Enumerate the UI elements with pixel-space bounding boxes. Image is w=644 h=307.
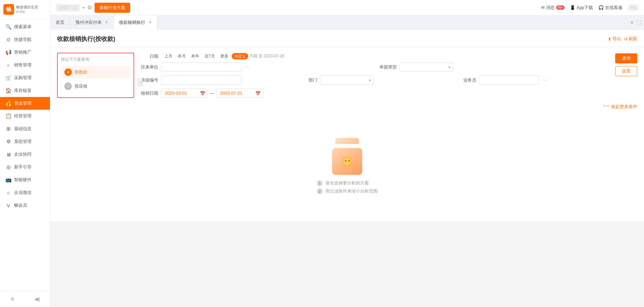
filter-sidebar-title: 按以下方案查询 <box>61 57 130 62</box>
date-this-month[interactable]: 本月 <box>176 53 188 60</box>
sidebar-item-management[interactable]: 📋 经营管理 <box>0 110 50 122</box>
user-name[interactable]: Rit <box>628 4 639 11</box>
refresh-btn[interactable]: ↺ 刷新 <box>624 36 637 42</box>
header-brand-area: 品牌/门店 ▾ ⚙ 体验行业方案 <box>56 3 537 13</box>
hardware-icon: 📺 <box>5 177 11 183</box>
sidebar-item-member[interactable]: V 畅会员 <box>0 199 50 212</box>
page-content: 收款核销执行(按收款) ⬆ 导出 ↺ 刷新 按以下方 <box>50 30 644 307</box>
verify-date-start-cal-icon[interactable]: 📅 <box>200 91 205 96</box>
filter-option-by-receivable[interactable]: ⏱ 按应收 <box>61 80 130 93</box>
page-title: 收款核销执行(按收款) <box>57 35 115 43</box>
customer-input[interactable] <box>161 62 241 71</box>
app-download-action[interactable]: 📱 App下载 <box>570 5 593 11</box>
empty-state: 😶 1 请先选择要分析的方案 2 用过滤条件来缩小分析范围 <box>50 118 644 221</box>
nav-icon: ⊙ <box>5 37 11 43</box>
empty-hint-2: 2 用过滤条件来缩小分析范围 <box>317 188 378 194</box>
sales-icon: ○ <box>5 62 11 68</box>
message-badge: 99+ <box>556 5 565 10</box>
query-button[interactable]: 查询 <box>615 53 637 63</box>
doc-type-select[interactable] <box>399 62 453 71</box>
filter-sidebar-wrap: 按以下方案查询 ¥ 按收款 ⏱ 按应收 《 <box>57 53 140 112</box>
page-inner: 收款核销执行(按收款) ⬆ 导出 ↺ 刷新 按以下方 <box>50 30 644 221</box>
sidebar-item-basic[interactable]: ⊞ 基础信息 <box>0 122 50 135</box>
system-icon: ⚙ <box>5 139 11 145</box>
customer-dots[interactable]: ··· <box>244 64 250 70</box>
sidebar-item-purchase[interactable]: 🛒 采购管理 <box>0 71 50 84</box>
dept-select[interactable] <box>320 75 374 85</box>
verify-date-dash: — <box>210 91 214 96</box>
tab-home[interactable]: 首页 <box>50 15 70 30</box>
filter-sidebar-collapse-btn[interactable]: 《 <box>138 79 143 87</box>
doc-type-select-wrap <box>399 62 453 71</box>
message-icon: ✉ <box>541 5 545 10</box>
export-btn[interactable]: ⬆ 导出 <box>608 36 621 42</box>
sidebar-item-nav[interactable]: ⊙ 快捷导航 <box>0 33 50 46</box>
filter-area: 按以下方案查询 ¥ 按收款 ⏱ 按应收 《 <box>50 47 644 118</box>
online-service-action[interactable]: 🎧 在线客服 <box>598 5 623 11</box>
date-shortcut-bar: 上月 本月 本年 近7天 更多 自定义 不限 至 2023-07-26 <box>162 53 284 60</box>
staff-dots[interactable]: ··· <box>542 77 547 83</box>
date-last-month[interactable]: 上月 <box>162 53 174 60</box>
sidebar-item-sales[interactable]: ○ 销售管理 <box>0 59 50 71</box>
tab-close-prepay[interactable]: ✕ <box>105 20 108 24</box>
date-custom[interactable]: 自定义 <box>232 53 248 59</box>
app-download-label: App下载 <box>577 5 593 11</box>
message-action[interactable]: ✉ 消息 99+ <box>541 5 565 11</box>
sidebar-item-wechat[interactable]: ○ 企业微信 <box>0 186 50 199</box>
tab-actions: ✕ ⛶ <box>627 20 644 25</box>
service-icon: 🎧 <box>598 5 604 10</box>
doc-type-label: 单据类型 <box>378 64 397 70</box>
sidebar-settings-btn[interactable]: ⚙ <box>0 294 25 304</box>
verify-date-end-cal-icon[interactable]: 📅 <box>255 91 261 96</box>
sidebar-item-system[interactable]: ⚙ 系统管理 <box>0 135 50 148</box>
message-label: 消息 <box>546 5 555 11</box>
finance-icon: 💰 <box>5 100 11 106</box>
inventory-icon: 🏠 <box>5 88 11 94</box>
settings-button[interactable]: 设置 <box>615 66 637 76</box>
tab-close-btn[interactable]: ✕ <box>630 20 634 25</box>
basic-icon: ⊞ <box>5 126 11 132</box>
header-dropdown-icon[interactable]: ▾ <box>83 5 85 10</box>
filter-option-by-receipt[interactable]: ¥ 按收款 <box>61 66 130 79</box>
date-more[interactable]: 更多 <box>218 53 230 60</box>
tab-bar: 首页 预付冲应付单 ✕ 收款核销执行 ✕ ✕ ⛶ <box>50 15 644 30</box>
management-icon: 📋 <box>5 113 11 119</box>
collab-icon: 🖥 <box>5 152 11 157</box>
page-title-bar: 收款核销执行(按收款) ⬆ 导出 ↺ 刷新 <box>50 30 644 47</box>
sidebar-collapse-btn[interactable]: ◀‖ <box>25 294 50 304</box>
wechat-icon: ○ <box>5 190 11 196</box>
sidebar-logo: 畅 畅捷通好生意 标准版 <box>0 0 50 19</box>
date-last-7days[interactable]: 近7天 <box>203 53 217 60</box>
verify-date-end-wrap: 📅 <box>216 89 263 98</box>
sidebar-item-search[interactable]: 🔍 搜索菜单 <box>0 20 50 33</box>
date-no-limit: 不限 至 2023-07-26 <box>250 53 284 59</box>
sidebar-item-marketing[interactable]: 📢 营销推广 <box>0 46 50 59</box>
sidebar-item-hardware[interactable]: 📺 智能硬件 <box>0 173 50 186</box>
customer-label: 往来单位 <box>140 64 158 70</box>
sidebar-item-finance[interactable]: 💰 资金管理 <box>0 97 50 110</box>
filter-action-btns: 查询 设置 <box>615 53 637 76</box>
sidebar-item-collab[interactable]: 🖥 企业协同 <box>0 148 50 161</box>
page-title-actions: ⬆ 导出 ↺ 刷新 <box>608 36 637 42</box>
search-menu-icon: 🔍 <box>5 24 11 30</box>
header-solution-btn[interactable]: 体验行业方案 <box>95 3 130 13</box>
tab-verify[interactable]: 收款核销执行 ✕ <box>114 15 157 30</box>
header-brand-text: 品牌/门店 <box>56 4 80 11</box>
logo-icon: 畅 <box>3 4 14 15</box>
sidebar-item-guide[interactable]: ◎ 新手引导 <box>0 161 50 173</box>
refresh-icon: ↺ <box>624 37 628 42</box>
tab-prepay[interactable]: 预付冲应付单 ✕ <box>70 15 114 30</box>
sidebar-menu: 🔍 搜索菜单 ⊙ 快捷导航 📢 营销推广 ○ 销售管理 🛒 采购管理 🏠 库存核… <box>0 19 50 291</box>
date-this-year[interactable]: 本年 <box>189 53 201 60</box>
tab-expand-btn[interactable]: ⛶ <box>637 20 641 25</box>
tab-close-verify[interactable]: ✕ <box>149 20 152 24</box>
header-gear-icon[interactable]: ⚙ <box>87 4 92 11</box>
sidebar-item-inventory[interactable]: 🏠 库存核算 <box>0 84 50 97</box>
staff-input[interactable] <box>479 75 539 85</box>
empty-illustration: 😶 <box>327 138 367 175</box>
doc-no-input[interactable] <box>161 75 241 85</box>
collapse-more-btn[interactable]: ⌃⌃ 收起更多条件 <box>602 104 637 110</box>
verify-date-start-wrap: 📅 <box>161 89 208 98</box>
receivable-option-icon: ⏱ <box>64 83 72 90</box>
top-header: 品牌/门店 ▾ ⚙ 体验行业方案 ✉ 消息 99+ 📱 App下载 🎧 在线客服… <box>50 0 644 15</box>
